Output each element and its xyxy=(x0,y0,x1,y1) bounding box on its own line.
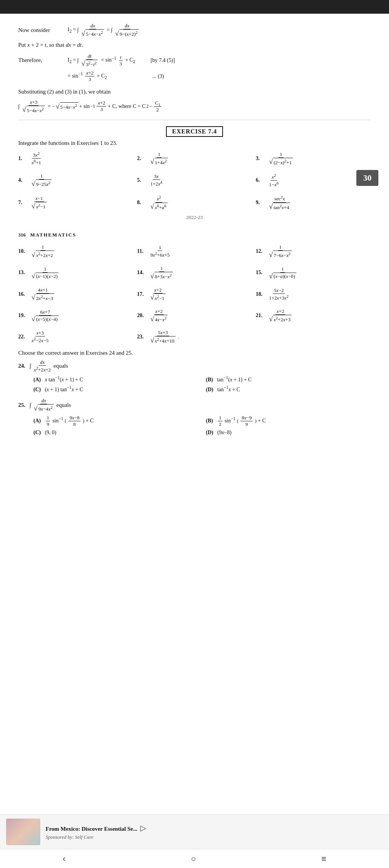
now-consider-label: Now consider xyxy=(18,27,60,33)
exercise-item-8: 8. x2 √x6+a6 xyxy=(137,195,252,211)
q25-option-a: (A) 1 9 sin−1 ( 9x−8 8 ) + C xyxy=(33,415,198,427)
nav-back-button[interactable]: ‹ xyxy=(51,851,77,867)
number-badge: 30 xyxy=(356,170,378,186)
bottom-nav: ‹ ○ ≡ xyxy=(0,849,389,868)
substituting-line: Substituting (2) and (3) in (1), we obta… xyxy=(18,87,371,97)
exercise-title: EXERCISE 7.4 xyxy=(166,126,223,137)
exercise-item-10: 10. 1 √x2+2x+2 xyxy=(18,244,133,259)
exercise-header: EXERCISE 7.4 xyxy=(18,126,371,137)
exercise-item-4: 4. 1 √9−25x2 xyxy=(18,173,133,188)
q25-options: (A) 1 9 sin−1 ( 9x−8 8 ) + C (B) 1 2 sin… xyxy=(33,415,371,436)
exercise-item-11: 11. 1 9x2+6x+5 xyxy=(137,244,252,259)
now-consider-row: Now consider I2 = ∫ dx √5−4x−x2 = ∫ dx √… xyxy=(18,23,371,37)
exercise-item-2: 2. 1 √1+4x2 xyxy=(137,151,252,166)
exercises-10-23: 10. 1 √x2+2x+2 11. 1 9x2+6x+5 12. xyxy=(18,244,371,344)
exercise-item-5: 5. 3x 1+2x4 xyxy=(137,173,252,188)
exercise-item-18: 18. 5x−2 1+2x+3x2 xyxy=(256,287,371,301)
year-label: 2022-23 xyxy=(18,214,371,221)
put-x-line: Put x + 2 = t, so that dx = dt. xyxy=(18,40,371,50)
exercise-item-1: 1. 3x2 x6+1 xyxy=(18,151,133,166)
exercise-item-13: 13. 1 √(x−1)(x−2) xyxy=(18,265,133,280)
final-eq-row: ∫ x+3 √5−4x−x2 = −√5−4x−x2 + sin−1 x+2 3… xyxy=(18,99,371,114)
q25-option-c: (C) (9, 0) xyxy=(33,430,198,436)
q24-options: (A) x tan−1(x + 1) + C (B) tan−1(x + 1) … xyxy=(33,375,371,392)
nav-menu-button[interactable]: ≡ xyxy=(310,851,338,867)
exercise-item-21: 21. x+2 √x2+2x+3 xyxy=(256,308,371,323)
q24-option-a: (A) x tan−1(x + 1) + C xyxy=(33,375,198,383)
therefore-row: Therefore, I2 = ∫ dt √32−t2 = sin−1 t 3 … xyxy=(18,53,371,68)
ad-subtitle: Sponsored by: Self Care xyxy=(46,834,383,840)
top-bar xyxy=(0,0,389,14)
exercise-item-17: 17. x+2 √x2−1 xyxy=(137,287,252,301)
exercise-item-14: 14. 1 √8+3x−x2 xyxy=(137,265,252,280)
integral-i2-eq: I2 = ∫ dx √5−4x−x2 = ∫ dx √9−(x+2)2 xyxy=(68,23,141,37)
q25-row: 25. ∫ dx √9x−4x2 equals xyxy=(18,398,371,412)
ad-title: From Mexico: Discover Essential Se... ▷ xyxy=(46,824,383,833)
ad-play-icon: ▷ xyxy=(140,824,146,832)
exercise-item-19: 19. 6x+7 √(x−5)(x−4) xyxy=(18,308,133,323)
exercise-item-20: 20. x+2 √4x−x2 xyxy=(137,308,252,323)
nav-home-button[interactable]: ○ xyxy=(180,851,207,867)
ad-text-area: From Mexico: Discover Essential Se... ▷ … xyxy=(46,824,383,840)
exercise-item-16: 16. 4x+1 √2x2+x−3 xyxy=(18,287,133,301)
by-ref: [by 7.4 (5)] xyxy=(150,57,175,63)
ad-thumbnail xyxy=(6,819,40,845)
exercise-item-22: 22. x+3 x2−2x−5 xyxy=(18,330,133,344)
exercise-item-7: 7. x−1 √x2−1 xyxy=(18,195,133,211)
exercise-item-6: 6. x2 1−x6 xyxy=(256,173,371,188)
exercise-item-9: 9. sec2x √tan2x+4 xyxy=(256,195,371,211)
q25-option-d: (D) (9x−8) xyxy=(206,430,371,436)
ad-banner[interactable]: From Mexico: Discover Essential Se... ▷ … xyxy=(0,814,389,849)
q25-option-b: (B) 1 2 sin−1 ( 8x−9 9 ) + C xyxy=(206,415,371,427)
q24-option-b: (B) tan−1(x + 1) + C xyxy=(206,375,371,383)
q24-option-d: (D) tan−1x + C xyxy=(206,385,371,393)
exercise-item-12: 12. 1 √7−6x−x2 xyxy=(256,244,371,259)
page-header: 316 MATHEMATICS xyxy=(18,232,371,238)
exercise-item-3: 3. 1 √(2−x)2+1 xyxy=(256,151,371,166)
q24-row: 24. ∫ dx x2+2x+2 equals xyxy=(18,359,371,373)
exercise-item-15: 15. 1 √(x−a)(x−b) xyxy=(256,265,371,280)
exercise-item-23: 23. 5x+3 √x2+4x+10 . xyxy=(137,330,252,344)
q24-option-c: (C) (x + 1) tan−1x + C xyxy=(33,385,198,393)
exercises-1-9: 1. 3x2 x6+1 2. 1 √1+4x2 3. 1 xyxy=(18,151,371,211)
exercise-subtitle: Integrate the functions in Exercises 1 t… xyxy=(18,140,371,146)
integral3-row: = sin−1 x+2 3 + C2 ... (3) xyxy=(68,70,371,83)
choose-correct-label: Choose the correct answer in Exercises 2… xyxy=(18,350,371,356)
